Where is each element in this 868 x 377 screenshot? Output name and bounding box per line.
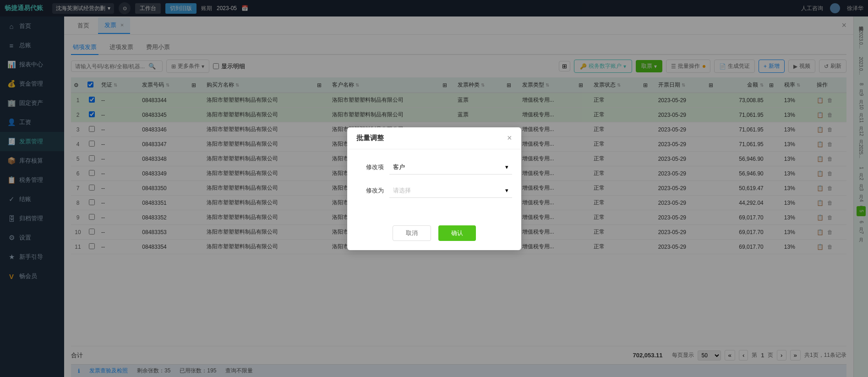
modify-field-chevron: ▾ <box>505 164 508 170</box>
confirm-btn[interactable]: 确认 <box>438 225 476 241</box>
modal-header: 批量调整 × <box>347 127 521 149</box>
modify-to-label: 修改为 <box>356 186 384 195</box>
batch-adjust-modal: 批量调整 × 修改项 客户 ▾ 修改为 请选择 ▾ 取消 确认 <box>347 127 521 250</box>
modify-to-select[interactable]: 请选择 ▾ <box>389 184 512 198</box>
modal-overlay: 批量调整 × 修改项 客户 ▾ 修改为 请选择 ▾ 取消 确认 <box>0 0 868 377</box>
modify-to-row: 修改为 请选择 ▾ <box>356 184 512 198</box>
modify-field-row: 修改项 客户 ▾ <box>356 160 512 175</box>
cancel-btn[interactable]: 取消 <box>393 225 431 241</box>
modify-field-value: 客户 <box>393 163 405 171</box>
modify-field-label: 修改项 <box>356 163 384 171</box>
modal-body: 修改项 客户 ▾ 修改为 请选择 ▾ <box>347 149 521 218</box>
modify-to-chevron: ▾ <box>505 187 508 194</box>
modify-field-select[interactable]: 客户 ▾ <box>389 160 512 175</box>
modify-to-placeholder: 请选择 <box>393 186 411 195</box>
modal-title: 批量调整 <box>356 134 384 142</box>
modal-footer: 取消 确认 <box>347 218 521 250</box>
modal-close-btn[interactable]: × <box>507 134 512 142</box>
